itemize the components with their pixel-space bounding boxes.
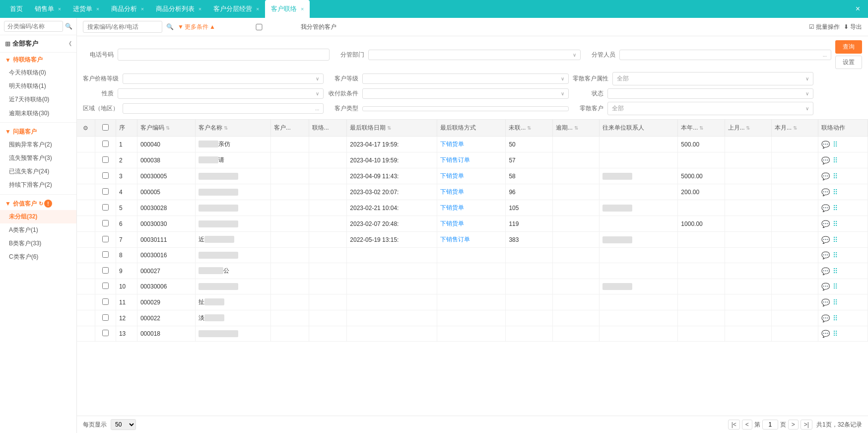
nav-home[interactable]: 首页: [4, 0, 29, 18]
nav-purchase[interactable]: 进货单 ×: [67, 0, 105, 18]
sidebar-search-input[interactable]: [4, 21, 63, 32]
row-checkbox[interactable]: [102, 172, 109, 179]
row-checkbox-cell[interactable]: [95, 248, 116, 263]
close-segment-icon[interactable]: ×: [256, 6, 259, 12]
row-gear[interactable]: [77, 200, 95, 216]
filter-payment-select[interactable]: ∨: [362, 88, 568, 99]
action-more-icon[interactable]: ⠿: [833, 220, 838, 228]
row-checkbox[interactable]: [102, 220, 109, 226]
sidebar-item-declining[interactable]: 持续下滑客户(2): [0, 178, 76, 192]
more-conditions-btn[interactable]: ▼ 更多条件 ▲: [178, 23, 215, 31]
row-checkbox-cell[interactable]: [95, 232, 116, 248]
row-checkbox-cell[interactable]: [95, 216, 116, 232]
row-last-contact-method[interactable]: 下销售订单: [437, 232, 506, 248]
row-last-contact-method[interactable]: [437, 294, 506, 310]
my-customers-checkbox-label[interactable]: 我分管的客户: [219, 23, 336, 31]
action-contact-icon[interactable]: 💬: [821, 220, 830, 228]
filter-customer-grade-select[interactable]: ∨: [362, 73, 568, 84]
row-checkbox[interactable]: [102, 298, 109, 305]
close-contact-icon[interactable]: ×: [301, 6, 304, 12]
last-contact-date-header[interactable]: 最后联络日期: [347, 120, 437, 137]
last-page-btn[interactable]: >|: [801, 420, 812, 430]
row-gear[interactable]: [77, 248, 95, 263]
row-gear[interactable]: [77, 310, 95, 326]
sidebar-item-today-pending[interactable]: 今天待联络(0): [0, 66, 76, 79]
row-gear[interactable]: [77, 152, 95, 168]
value-refresh-icon[interactable]: ↻: [39, 201, 43, 207]
row-gear[interactable]: [77, 168, 95, 184]
name-column-header[interactable]: 客户名称: [196, 120, 271, 137]
row-checkbox[interactable]: [102, 283, 109, 289]
action-more-icon[interactable]: ⠿: [833, 141, 838, 148]
row-checkbox-cell[interactable]: [95, 168, 116, 184]
sidebar-item-churned[interactable]: 已流失客户(24): [0, 165, 76, 178]
close-sales-icon[interactable]: ×: [58, 6, 61, 12]
close-purchase-icon[interactable]: ×: [96, 6, 99, 12]
row-checkbox-cell[interactable]: [95, 294, 116, 310]
row-last-contact-method[interactable]: [437, 263, 506, 279]
sidebar-collapse-icon[interactable]: 《: [66, 40, 71, 48]
sidebar-item-class-a[interactable]: A类客户(1): [0, 223, 76, 237]
row-checkbox[interactable]: [102, 314, 109, 321]
row-last-contact-method[interactable]: 下销货单: [437, 168, 506, 184]
filter-retail-select[interactable]: 全部 ∨: [607, 102, 813, 115]
row-gear[interactable]: [77, 294, 95, 310]
sidebar-item-class-c[interactable]: C类客户(6): [0, 250, 76, 264]
row-gear[interactable]: [77, 326, 95, 342]
action-more-icon[interactable]: ⠿: [833, 283, 838, 290]
gear-column-header[interactable]: ⚙: [77, 120, 95, 137]
action-contact-icon[interactable]: 💬: [821, 298, 830, 306]
row-checkbox-cell[interactable]: [95, 326, 116, 342]
row-last-contact-method[interactable]: [437, 279, 506, 294]
nav-customer-contact[interactable]: 客户联络 ×: [265, 0, 310, 18]
row-checkbox-cell[interactable]: [95, 310, 116, 326]
row-checkbox[interactable]: [102, 156, 109, 163]
sidebar-all-customers[interactable]: ⊞ 全部客户 《: [0, 35, 76, 53]
last-month-header[interactable]: 上月...: [725, 120, 771, 137]
nav-sales[interactable]: 销售单 ×: [29, 0, 67, 18]
filter-nature-select[interactable]: ∨: [118, 88, 324, 99]
row-gear[interactable]: [77, 232, 95, 248]
action-contact-icon[interactable]: 💬: [821, 188, 830, 196]
page-input[interactable]: [762, 420, 778, 430]
row-checkbox[interactable]: [102, 236, 109, 242]
filter-region-select[interactable]: ...: [123, 103, 324, 114]
first-page-btn[interactable]: |<: [728, 420, 740, 430]
prev-page-btn[interactable]: <: [742, 420, 752, 430]
search-input[interactable]: [83, 21, 162, 33]
row-checkbox[interactable]: [102, 204, 109, 211]
row-last-contact-method[interactable]: 下销货单: [437, 137, 506, 152]
sidebar-item-class-b[interactable]: B类客户(33): [0, 237, 76, 250]
sidebar-item-churn-warning[interactable]: 流失预警客户(3): [0, 151, 76, 165]
action-more-icon[interactable]: ⠿: [833, 204, 838, 212]
row-checkbox[interactable]: [102, 330, 109, 336]
sidebar-item-overdue-pending[interactable]: 逾期未联络(30): [0, 107, 76, 120]
filter-status-select[interactable]: ∨: [607, 88, 813, 99]
row-checkbox-cell[interactable]: [95, 200, 116, 216]
row-checkbox-cell[interactable]: [95, 152, 116, 168]
action-more-icon[interactable]: ⠿: [833, 188, 838, 196]
filter-phone-input[interactable]: [118, 49, 330, 61]
action-more-icon[interactable]: ⠿: [833, 267, 838, 275]
row-gear[interactable]: [77, 137, 95, 152]
action-contact-icon[interactable]: 💬: [821, 251, 830, 259]
action-contact-icon[interactable]: 💬: [821, 283, 830, 290]
action-more-icon[interactable]: ⠿: [833, 330, 838, 338]
year-amount-header[interactable]: 本年...: [678, 120, 725, 137]
no-days-header[interactable]: 未联...: [506, 120, 552, 137]
nav-product-analysis-list[interactable]: 商品分析列表 ×: [150, 0, 207, 18]
close-product-list-icon[interactable]: ×: [199, 6, 201, 12]
sidebar-search-icon[interactable]: 🔍: [65, 23, 72, 30]
action-more-icon[interactable]: ⠿: [833, 172, 838, 180]
my-customers-checkbox[interactable]: [219, 24, 299, 30]
row-checkbox[interactable]: [102, 267, 109, 274]
next-page-btn[interactable]: >: [788, 420, 799, 430]
row-last-contact-method[interactable]: 下销货单: [437, 200, 506, 216]
sidebar-item-7days-pending[interactable]: 近7天待联络(0): [0, 93, 76, 106]
row-checkbox[interactable]: [102, 251, 109, 258]
filter-retail-attr-select[interactable]: 全部 ∨: [612, 72, 813, 85]
row-gear[interactable]: [77, 279, 95, 294]
overdue-header[interactable]: 逾期...: [552, 120, 599, 137]
action-contact-icon[interactable]: 💬: [821, 314, 830, 322]
action-more-icon[interactable]: ⠿: [833, 314, 838, 322]
